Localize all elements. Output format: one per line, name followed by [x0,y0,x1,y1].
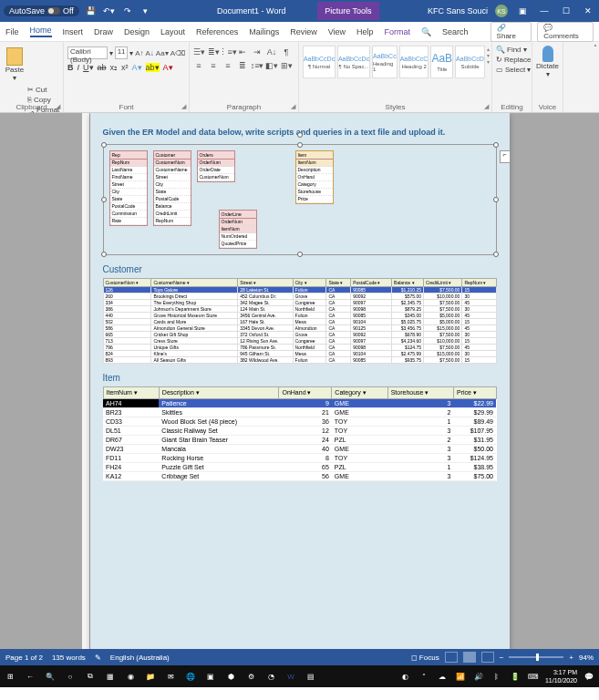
zoom-in-icon[interactable]: + [569,654,573,662]
app-icon[interactable]: ▦ [104,670,117,683]
mail-icon[interactable]: ✉ [164,670,177,683]
shading-icon[interactable]: ◧▾ [266,60,277,71]
superscript-button[interactable]: x² [121,63,129,72]
resize-handle[interactable] [101,197,107,202]
styles-more-icon[interactable]: ▾ [487,58,490,65]
tab-mailings[interactable]: Mailings [249,27,279,36]
start-button[interactable]: ⊞ [4,670,16,683]
underline-button[interactable]: U▾ [83,63,94,72]
tab-layout[interactable]: Layout [160,27,185,36]
selected-picture[interactable]: ⌐ Rep RepNum LastName FirstName Street C… [103,144,497,255]
explorer-icon[interactable]: 📁 [144,670,157,683]
autosave-toggle[interactable]: AutoSave Off [4,5,79,16]
text-effects-icon[interactable]: A▾ [132,63,142,72]
wifi-icon[interactable]: 📶 [454,670,467,683]
app-icon[interactable]: ◔ [264,670,277,683]
table-header[interactable]: Description ▾ [159,387,279,399]
table-header[interactable]: CustomerNum ▾ [103,279,151,287]
rotate-handle[interactable] [297,132,303,138]
highlight-icon[interactable]: ab▾ [146,63,160,72]
find-button[interactable]: 🔍Find▾ [496,46,528,54]
table-header[interactable]: City ▾ [293,279,326,287]
tab-draw[interactable]: Draw [94,27,113,36]
numbering-icon[interactable]: ≣▾ [208,46,219,57]
cortana-icon[interactable]: ○ [64,670,77,683]
subscript-button[interactable]: x₂ [110,63,119,72]
ribbon-options-icon[interactable]: ▣ [515,6,530,15]
tab-design[interactable]: Design [124,27,150,36]
replace-button[interactable]: ↻Replace [496,56,528,64]
tab-help[interactable]: Help [356,27,374,36]
resize-handle[interactable] [493,252,499,257]
font-color-icon[interactable]: A▾ [163,63,173,72]
align-left-icon[interactable]: ≡ [193,60,204,71]
table-header[interactable]: CustomerName ▾ [151,279,238,287]
battery-icon[interactable]: 🔋 [509,670,522,683]
table-header[interactable]: Price ▾ [454,387,496,399]
grow-font-icon[interactable]: A↑ [135,49,143,57]
style-nospacing[interactable]: AaBbCcDc¶ No Spac... [337,46,370,78]
style-heading1[interactable]: AaBbCcHeading 1 [372,46,398,78]
table-header[interactable]: OnHand ▾ [279,387,332,399]
search-box[interactable]: Search [442,27,469,36]
resize-handle[interactable] [297,252,303,257]
table-header[interactable]: ItemNum ▾ [103,387,159,399]
resize-handle[interactable] [101,252,107,257]
tray-icon[interactable]: ◐ [399,670,412,683]
chevron-down-icon[interactable]: ▾ [129,49,133,57]
word-icon[interactable]: W [284,670,297,683]
table-header[interactable]: State ▾ [326,279,351,287]
language-indicator[interactable]: English (Australia) [110,654,170,662]
spellcheck-icon[interactable]: ✎ [95,654,101,662]
style-heading2[interactable]: AaBbCcCHeading 2 [399,46,429,78]
read-mode-icon[interactable] [445,652,458,663]
notifications-icon[interactable]: 💬 [583,670,595,683]
strikethrough-button[interactable]: ab [98,63,107,72]
italic-button[interactable]: I [77,63,80,72]
align-center-icon[interactable]: ≡ [208,60,219,71]
user-avatar[interactable]: KS [495,5,508,17]
back-icon[interactable]: ← [24,670,36,683]
paste-button[interactable]: Paste ▾ [4,47,26,82]
minimize-button[interactable]: — [537,6,552,15]
app-icon[interactable]: ▣ [204,670,217,683]
qat-more-icon[interactable]: ▾ [139,5,152,17]
style-normal[interactable]: AaBbCcDc¶ Normal [303,46,336,78]
styles-down-icon[interactable]: ▾ [487,52,490,58]
document-area[interactable]: Given the ER Model and data below, write… [0,113,599,649]
search-icon[interactable]: 🔍 [44,670,57,683]
sort-icon[interactable]: A↓ [266,46,277,57]
styles-up-icon[interactable]: ▴ [487,46,490,52]
resize-handle[interactable] [493,197,499,202]
redo-icon[interactable]: ↷ [121,5,134,17]
table-header[interactable]: Balance ▾ [392,279,424,287]
style-subtitle[interactable]: AaBbCcDSubtitle [455,46,485,78]
table-header[interactable]: CreditLimit ▾ [424,279,462,287]
table-header[interactable]: Category ▾ [332,387,387,399]
table-header[interactable]: Storehouse ▾ [387,387,453,399]
chevron-down-icon[interactable]: ▾ [109,49,113,57]
tab-insert[interactable]: Insert [63,27,84,36]
resize-handle[interactable] [101,142,107,148]
justify-icon[interactable]: ≣ [237,60,248,71]
outdent-icon[interactable]: ⇤ [237,46,248,57]
clock[interactable]: 3:17 PM 11/10/2020 [545,668,577,685]
dictate-button[interactable]: Dictate [536,62,559,70]
edge-icon[interactable]: 🌐 [184,670,197,683]
clear-format-icon[interactable]: A⌫ [170,49,185,57]
tab-view[interactable]: View [328,27,346,36]
app-icon[interactable]: ▤ [305,670,317,683]
bluetooth-icon[interactable]: ᛒ [491,670,503,683]
shrink-font-icon[interactable]: A↓ [146,49,154,57]
change-case-icon[interactable]: Aa▾ [156,49,169,57]
chrome-icon[interactable]: ◉ [124,670,137,683]
cut-button[interactable]: ✂Cut [27,86,59,94]
indent-icon[interactable]: ⇥ [252,46,263,57]
dropbox-icon[interactable]: ⬢ [224,670,237,683]
undo-icon[interactable]: ↶▾ [103,5,116,17]
clipboard-dialog-icon[interactable]: ◢ [56,103,60,110]
show-marks-icon[interactable]: ¶ [281,46,292,57]
styles-gallery[interactable]: AaBbCcDc¶ Normal AaBbCcDc¶ No Spac... Aa… [303,46,488,78]
close-button[interactable]: ✕ [581,6,595,15]
tab-references[interactable]: References [196,27,238,36]
